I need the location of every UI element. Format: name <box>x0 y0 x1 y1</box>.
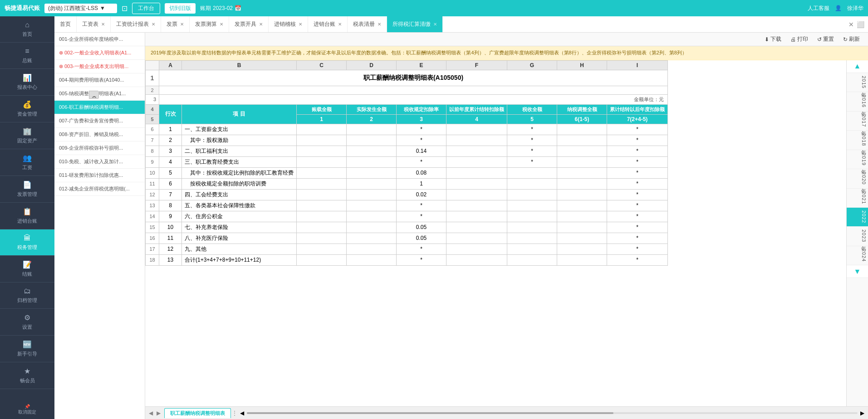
col-i-header: 累计结转以后年度扣除额 <box>607 104 668 114</box>
top-bar: 畅捷通易代账 (勿动) 江西赣宝-LSS ▼ ⊡ 工作台 切到旧版 账期 202… <box>0 0 868 16</box>
maximize-icon[interactable]: ⬜ <box>857 21 864 28</box>
tab-salary[interactable]: 工资表 ✕ <box>77 16 111 32</box>
tab-ps-audit[interactable]: 进销稽核 ✕ <box>269 16 308 32</box>
sheet-tab-main[interactable]: 职工薪酬纳税调整明细表 <box>164 408 231 418</box>
sidebar-label-archive: 归档管理 <box>17 297 37 304</box>
sidebar-item-fund[interactable]: 💰 资金管理 <box>0 96 54 122</box>
left-nav-009[interactable]: 009-企业所得税弥补亏损明... <box>54 141 145 155</box>
tab-home[interactable]: 首页 <box>54 16 77 32</box>
year-2020[interactable]: 2020年 <box>847 169 868 188</box>
sidebar-label-ledger: 总账 <box>22 57 32 64</box>
close-tab-invoice-calc[interactable]: ✕ <box>220 22 223 27</box>
warning-text: 2019年度涉及取以前年度结转数据的申报表单元格需要手工维护正确，才能保证本年及… <box>151 50 687 55</box>
col-f-header: 以前年度累计结转扣除额 <box>446 104 507 114</box>
close-tab-invoice[interactable]: ✕ <box>180 22 184 27</box>
close-tab-salary-report[interactable]: ✕ <box>152 22 155 27</box>
left-nav-001[interactable]: 001-企业所得税年度纳税申... <box>54 33 145 46</box>
year-2022[interactable]: 2022年 <box>847 208 868 227</box>
app-logo: 畅捷通易代账 <box>5 4 40 12</box>
scroll-bar[interactable] <box>247 412 858 414</box>
sheet-nav-right[interactable]: ▶ <box>157 410 161 416</box>
support-link[interactable]: 人工客服 <box>808 5 829 12</box>
scroll-left-icon[interactable]: ◀ <box>240 410 244 416</box>
year-2017[interactable]: 2017年 <box>847 112 868 131</box>
scroll-right-icon[interactable]: ▶ <box>860 410 864 416</box>
salary-icon: 👥 <box>23 154 32 162</box>
close-tab-income-tax[interactable]: ✕ <box>433 22 437 27</box>
sidebar-item-guide[interactable]: 🆕 新手引导 <box>0 336 54 362</box>
left-nav-panel: 001-企业所得税年度纳税申... ⊗002-一般企业收入明细表(A1... ⊗… <box>54 33 145 419</box>
print-button[interactable]: 🖨 打印 <box>788 34 811 44</box>
tab-income-tax[interactable]: 所得税汇算清缴 ✕ <box>387 16 443 32</box>
close-tab-ps-audit[interactable]: ✕ <box>299 22 302 27</box>
user-name: 徐泽华 <box>847 5 863 12</box>
left-nav-012[interactable]: 012-减免企业所得税优惠明细(... <box>54 182 145 196</box>
left-nav-011[interactable]: 011-研发费用加计扣除优惠... <box>54 169 145 182</box>
sidebar-label-home: 首页 <box>22 31 32 38</box>
left-nav-008[interactable]: 008-资产折旧、摊销及纳税... <box>54 128 145 141</box>
table-unit: 金额单位：元 <box>159 94 668 104</box>
close-tab-tax-register[interactable]: ✕ <box>378 22 381 27</box>
close-tab-invoice-issue[interactable]: ✕ <box>259 22 263 27</box>
reset-button[interactable]: ↺ 重置 <box>814 34 837 44</box>
sidebar-label-fund: 资金管理 <box>17 111 37 117</box>
refresh-button[interactable]: ↻ 刷新 <box>840 34 863 44</box>
left-nav-006[interactable]: 006-职工薪酬纳税调整明细... <box>54 101 145 114</box>
sidebar-item-member[interactable]: ★ 畅会员 <box>0 362 54 389</box>
sidebar-item-salary[interactable]: 👥 工资 <box>0 149 54 176</box>
year-2019[interactable]: 2019年 <box>847 150 868 169</box>
close-tab-salary[interactable]: ✕ <box>101 22 105 27</box>
switch-old-button[interactable]: 切到旧版 <box>165 3 196 14</box>
left-nav-005[interactable]: 005-纳税调整项目明细表(A1... <box>54 87 145 101</box>
tab-invoice-calc[interactable]: 发票测算 ✕ <box>190 16 229 32</box>
ledger-icon: ≡ <box>25 47 29 55</box>
download-button[interactable]: ⬇ 下载 <box>762 34 784 44</box>
tab-invoice[interactable]: 发票 ✕ <box>161 16 190 32</box>
sidebar-label-asset: 固定资产 <box>17 137 37 144</box>
close-tab-ps-ledger[interactable]: ✕ <box>338 22 342 27</box>
sidebar-item-purchase-sales[interactable]: 📋 进销台账 <box>0 203 54 229</box>
year-nav-down[interactable]: ▼ <box>847 265 868 278</box>
sidebar-item-invoice[interactable]: 📄 发票管理 <box>0 176 54 203</box>
workspace-button[interactable]: 工作台 <box>132 3 160 14</box>
sidebar-item-close[interactable]: 📝 结账 <box>0 256 54 283</box>
left-nav-002[interactable]: ⊗002-一般企业收入明细表(A1... <box>54 46 145 60</box>
sidebar-item-asset[interactable]: 🏢 固定资产 <box>0 122 54 149</box>
sidebar-label-purchase-sales: 进销台账 <box>17 218 37 224</box>
col-d-header: 实际发生全额 <box>347 104 397 114</box>
sidebar-item-home[interactable]: ⌂ 首页 <box>0 16 54 43</box>
sidebar-item-ledger[interactable]: ≡ 总账 <box>0 43 54 69</box>
tab-ps-ledger[interactable]: 进销台账 ✕ <box>308 16 348 32</box>
year-2024[interactable]: 2024年 <box>847 246 868 265</box>
sidebar-item-tax[interactable]: 🏛 税务管理 <box>0 229 54 256</box>
left-nav-007[interactable]: 007-广告费和业务宣传费明... <box>54 114 145 128</box>
reset-icon: ↺ <box>817 36 822 43</box>
copy-icon[interactable]: ⊡ <box>122 4 128 13</box>
close-all-icon[interactable]: ✕ <box>848 21 854 28</box>
year-nav-up[interactable]: ▲ <box>847 60 868 73</box>
left-nav-003[interactable]: ⊗003-一般企业成本支出明细... <box>54 60 145 73</box>
settings-icon: ⚙ <box>24 313 30 322</box>
table-wrapper[interactable]: A B C D E F G H I <box>145 60 846 406</box>
year-2021[interactable]: 2021年 <box>847 189 868 208</box>
year-2023[interactable]: 2023年 <box>847 227 868 246</box>
sidebar-item-report[interactable]: 📊 报表中心 <box>0 69 54 96</box>
tab-invoice-issue[interactable]: 发票开具 ✕ <box>229 16 269 32</box>
collapse-left-nav[interactable]: 《 <box>89 91 99 99</box>
user-avatar: 👤 <box>835 5 842 11</box>
company-selector[interactable]: (勿动) 江西赣宝-LSS ▼ <box>44 4 117 13</box>
archive-icon: 🗂 <box>24 287 31 295</box>
year-2018[interactable]: 2018年 <box>847 131 868 150</box>
year-2016[interactable]: 2016年 <box>847 92 868 111</box>
year-2015[interactable]: 2015年 <box>847 73 868 92</box>
left-nav-010[interactable]: 010-免税、减计收入及加计... <box>54 155 145 169</box>
cancel-fixed[interactable]: 📌 取消固定 <box>0 400 54 419</box>
sidebar-item-settings[interactable]: ⚙ 设置 <box>0 309 54 336</box>
tab-salary-report[interactable]: 工资统计报表 ✕ <box>111 16 161 32</box>
tab-tax-register[interactable]: 税表清册 ✕ <box>348 16 387 32</box>
sheet-options-icon[interactable]: ⋮ <box>232 410 237 416</box>
member-icon: ★ <box>24 367 30 375</box>
left-nav-004[interactable]: 004-期间费用明细表(A1040... <box>54 73 145 87</box>
sidebar-item-archive[interactable]: 🗂 归档管理 <box>0 283 54 309</box>
sheet-nav-left[interactable]: ◀ <box>149 410 153 416</box>
